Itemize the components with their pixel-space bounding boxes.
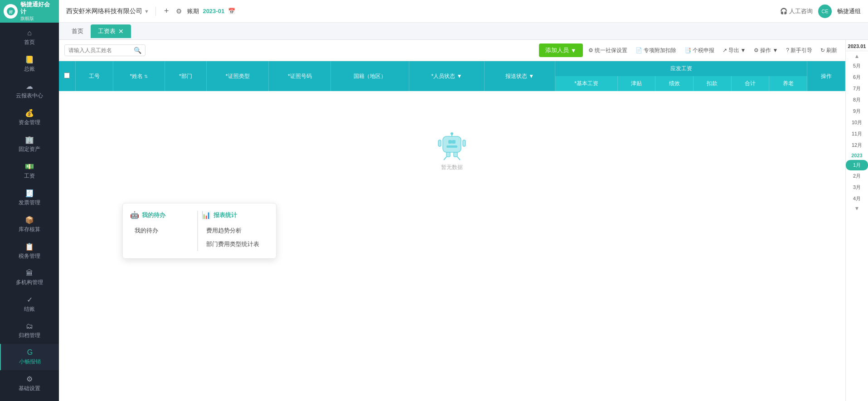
app-sub: 旗舰版 (20, 15, 55, 22)
headset-icon: 🎧 (780, 8, 787, 14)
sidebar-item-fixed-asset[interactable]: 🏢 固定资产 (0, 131, 59, 158)
toolbar-right: 添加人员 ▼ ⚙ 统一社保设置 📄 专项附加扣除 📑 个税申报 (539, 43, 840, 57)
topbar-divider-1 (155, 7, 156, 16)
th-deduction: 扣款 (693, 76, 732, 91)
empty-robot-icon (434, 127, 470, 164)
th-pension: 养老 (769, 76, 807, 91)
th-salary-group: 应发工资 (555, 61, 807, 76)
export-button[interactable]: ↗ 导出 ▼ (720, 45, 749, 56)
sidebar-item-invoice[interactable]: 🧾 发票管理 (0, 184, 59, 211)
th-total: 合计 (731, 76, 769, 91)
sidebar-item-inventory[interactable]: 📦 库存核算 (0, 211, 59, 238)
th-name[interactable]: *姓名 ⇅ (113, 61, 165, 91)
popup-item-my-todo[interactable]: 我的待办 (130, 224, 197, 237)
sidebar-item-cloud-report[interactable]: ☁ 云报表中心 (0, 77, 59, 104)
timeline-month-12[interactable]: 12月 (846, 140, 868, 151)
todo-title: 我的待办 (142, 211, 165, 219)
new-guide-toolbar-button[interactable]: ? 新手引导 (783, 45, 815, 56)
multi-org-icon: 🏛 (26, 269, 33, 277)
timeline-month-10[interactable]: 10月 (846, 117, 868, 128)
th-action: 操作 (807, 61, 845, 91)
timeline-down-arrow[interactable]: ▼ (853, 204, 861, 213)
fund-icon: 💰 (25, 109, 34, 117)
archive-icon: 🗂 (26, 322, 33, 330)
th-number[interactable]: 工号 (75, 61, 113, 91)
timeline-month-7[interactable]: 7月 (846, 83, 868, 94)
popup-item-dept-stats[interactable]: 部门费用类型统计表 (202, 237, 269, 251)
fixed-asset-icon: 🏢 (25, 135, 34, 144)
operation-arrow-icon: ▼ (772, 47, 778, 53)
sidebar-item-new-guide[interactable]: ▶ 新手引导 (0, 397, 59, 401)
th-status[interactable]: *人员状态 ▼ (409, 61, 484, 91)
th-country: 国籍（地区） (331, 61, 409, 91)
svg-text:好: 好 (9, 10, 13, 14)
timeline-up-arrow[interactable]: ▲ (853, 52, 861, 60)
service-button[interactable]: 🎧 人工咨询 (780, 7, 813, 15)
filter-icon-status: ▼ (457, 73, 462, 79)
th-basic-salary: *基本工资 (555, 76, 617, 91)
th-id-type: *证照类型 (207, 61, 269, 91)
inventory-icon: 📦 (25, 216, 34, 224)
main-area: 西安虾米网络科技有限公司 ▼ + ⚙ 账期 2023-01 📅 🎧 人工咨询 C… (59, 0, 868, 401)
right-timeline: 2023.01 ▲ 5月 6月 7月 8月 9月 10月 11月 (845, 40, 868, 401)
app-logo: 好 畅捷通好会计 旗舰版 (0, 0, 59, 23)
timeline-month-11[interactable]: 11月 (846, 128, 868, 140)
social-insurance-button[interactable]: ⚙ 统一社保设置 (586, 45, 630, 56)
sidebar-item-archive[interactable]: 🗂 归档管理 (0, 318, 59, 344)
svg-rect-10 (438, 140, 441, 146)
social-insurance-icon: ⚙ (588, 47, 593, 53)
sidebar: 好 畅捷通好会计 旗舰版 ⌂ 首页 📒 总账 ☁ 云报表中心 💰 资金管理 🏢 … (0, 0, 59, 401)
th-report-status[interactable]: 报送状态 ▼ (484, 61, 555, 91)
personal-tax-icon: 📑 (684, 47, 691, 53)
content-area: 🔍 添加人员 ▼ ⚙ 统一社保设置 📄 专项附加扣除 (59, 40, 868, 401)
cloud-icon: ☁ (26, 82, 33, 91)
add-company-button[interactable]: + (162, 5, 171, 18)
timeline-month-4[interactable]: 4月 (846, 193, 868, 204)
svg-point-9 (451, 132, 453, 135)
search-wrap: 🔍 (64, 44, 145, 56)
timeline-month-9[interactable]: 9月 (846, 106, 868, 117)
timeline-month-8[interactable]: 8月 (846, 94, 868, 106)
select-all-checkbox[interactable] (64, 72, 70, 78)
sidebar-item-settlement[interactable]: ✓ 结账 (0, 291, 59, 318)
timeline-month-5[interactable]: 5月 (846, 60, 868, 72)
calendar-icon[interactable]: 📅 (228, 8, 235, 14)
sidebar-item-ledger[interactable]: 📒 总账 (0, 51, 59, 77)
svg-rect-6 (452, 140, 456, 144)
personal-tax-button[interactable]: 📑 个税申报 (682, 45, 717, 56)
tab-salary[interactable]: 工资表 ✕ (91, 24, 131, 38)
sidebar-item-salary[interactable]: 💵 工资 (0, 158, 59, 184)
th-dept: *部门 (165, 61, 206, 91)
user-avatar: CE (818, 5, 832, 18)
tab-close-button[interactable]: ✕ (118, 28, 124, 35)
topbar-right: 🎧 人工咨询 CE 畅捷通组 (780, 5, 861, 18)
special-deduction-button[interactable]: 📄 专项附加扣除 (633, 45, 679, 56)
refresh-button[interactable]: ↻ 刷新 (818, 45, 840, 56)
company-selector[interactable]: 西安虾米网络科技有限公司 ▼ (66, 7, 149, 15)
toolbar: 🔍 添加人员 ▼ ⚙ 统一社保设置 📄 专项附加扣除 (59, 40, 845, 61)
settings-button[interactable]: ⚙ (174, 5, 184, 17)
timeline-month-6[interactable]: 6月 (846, 72, 868, 83)
export-icon: ↗ (723, 47, 727, 53)
th-bonus: 津贴 (617, 76, 655, 91)
popup-report-header: 📊 报表统计 (202, 211, 269, 219)
timeline-month-1[interactable]: 1月 (846, 160, 868, 170)
empty-text: 暂无数据 (441, 164, 463, 171)
add-person-button[interactable]: 添加人员 ▼ (539, 43, 583, 57)
sidebar-item-fund[interactable]: 💰 资金管理 (0, 104, 59, 131)
sidebar-item-home[interactable]: ⌂ 首页 (0, 24, 59, 51)
tab-home[interactable]: 首页 (64, 24, 91, 38)
period-value: 2023-01 (203, 8, 224, 14)
sidebar-item-basic-settings[interactable]: ⚙ 基础设置 (0, 370, 59, 397)
popup-item-trend[interactable]: 费用趋势分析 (202, 224, 269, 237)
timeline-month-2[interactable]: 2月 (846, 170, 868, 182)
report-icon: 📊 (202, 211, 211, 219)
timeline-month-3[interactable]: 3月 (846, 182, 868, 193)
sidebar-item-xiao-chang[interactable]: G 小畅报销 (0, 344, 59, 370)
operation-button[interactable]: ⚙ 操作 ▼ (751, 45, 781, 56)
search-input[interactable] (68, 47, 132, 53)
empty-state: 暂无数据 (59, 91, 845, 208)
sidebar-item-multi-org[interactable]: 🏛 多机构管理 (0, 265, 59, 291)
search-icon[interactable]: 🔍 (134, 47, 141, 54)
sidebar-item-tax[interactable]: 📋 税务管理 (0, 238, 59, 265)
